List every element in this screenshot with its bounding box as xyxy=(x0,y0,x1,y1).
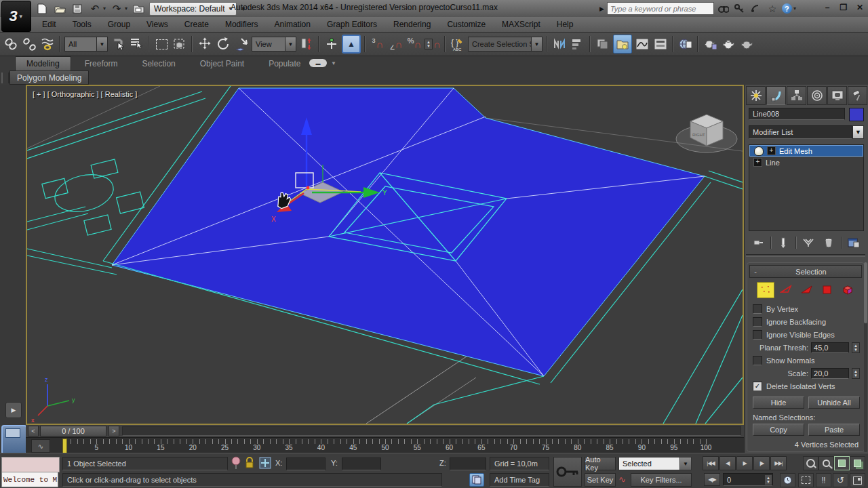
ribbon-tab-object-paint[interactable]: Object Paint xyxy=(189,57,255,70)
selection-rollout-header[interactable]: - Selection xyxy=(749,265,862,278)
expand-panel-arrow-icon[interactable]: ▶ xyxy=(5,402,22,418)
open-mini-curve-editor-icon[interactable]: ∿ xyxy=(31,439,50,453)
select-and-manipulate-icon[interactable] xyxy=(323,35,340,53)
value-field-planar-thresh-[interactable]: 45,0 xyxy=(811,342,849,353)
isolate-selection-icon[interactable] xyxy=(231,456,241,471)
undo-icon[interactable]: ↶ xyxy=(88,3,102,15)
zoom-extents-selected-icon[interactable] xyxy=(834,456,850,470)
make-unique-icon[interactable] xyxy=(800,236,816,249)
select-by-name-icon[interactable] xyxy=(128,35,144,53)
menu-group[interactable]: Group xyxy=(100,18,138,30)
previous-frame-arrow[interactable]: < xyxy=(28,426,39,436)
chevron-down-icon[interactable]: ▼ xyxy=(331,60,336,66)
menu-views[interactable]: Views xyxy=(138,18,176,30)
spinner-snap-icon[interactable]: ▲▼∩ xyxy=(425,35,441,53)
paste-button[interactable]: Paste xyxy=(808,424,860,436)
scrollbar-thumb[interactable] xyxy=(864,262,867,323)
checkbox-ignore-backfacing[interactable] xyxy=(753,317,762,327)
walk-through-icon[interactable]: ‼ xyxy=(816,473,831,487)
hide-button[interactable]: Hide xyxy=(753,396,804,409)
render-setup-icon[interactable] xyxy=(677,35,694,53)
element-subobject-icon[interactable] xyxy=(840,282,856,297)
modifier-stack-item[interactable]: +Edit Mesh xyxy=(749,145,863,157)
play-icon[interactable]: ▶ xyxy=(736,456,753,470)
checkbox-delete-isolated-verts[interactable]: ✓ xyxy=(753,382,762,391)
maximize-viewport-toggle-icon[interactable] xyxy=(850,473,865,487)
tab-create-icon[interactable] xyxy=(746,86,766,105)
object-name-field[interactable]: Line008 xyxy=(749,108,845,120)
search-expand-icon[interactable]: ▶ xyxy=(599,5,604,12)
snaps-toggle-icon[interactable]: 3 ∩ xyxy=(370,35,386,53)
ribbon-tab-modeling[interactable]: Modeling xyxy=(15,56,71,70)
select-and-move-icon[interactable] xyxy=(197,35,213,53)
search-binoculars-icon[interactable] xyxy=(717,3,730,15)
manage-layers-icon[interactable] xyxy=(595,35,611,53)
workspace-selector[interactable]: Workspace: Default ▾ xyxy=(149,2,237,16)
object-color-swatch[interactable] xyxy=(849,108,864,121)
spinner-arrows[interactable]: ▲▼ xyxy=(852,368,860,379)
project-folder-icon[interactable] xyxy=(132,3,145,15)
polygon-modeling-panel-button[interactable]: Polygon Modeling xyxy=(9,70,89,85)
menu-modifiers[interactable]: Modifiers xyxy=(217,18,267,30)
select-object-icon[interactable] xyxy=(110,35,126,53)
maxscript-mini-listener-input[interactable] xyxy=(1,457,60,472)
orbit-icon[interactable]: ↺ xyxy=(833,473,848,487)
menu-animation[interactable]: Animation xyxy=(267,18,319,30)
unlink-selection-icon[interactable] xyxy=(21,35,37,53)
zoom-region-icon[interactable] xyxy=(798,473,814,487)
key-mode-dropdown[interactable]: Selected ▼ xyxy=(618,457,692,470)
favorites-star-icon[interactable]: ☆ xyxy=(766,3,779,15)
ribbon-tab-freeform[interactable]: Freeform xyxy=(74,57,129,70)
expand-toggle-icon[interactable]: + xyxy=(753,158,762,167)
communication-center-icon[interactable] xyxy=(749,3,763,15)
zoom-icon[interactable] xyxy=(803,456,818,470)
go-to-start-icon[interactable]: |◀◀ xyxy=(703,456,719,470)
absolute-offset-mode-icon[interactable] xyxy=(259,457,271,470)
time-slider-groove[interactable] xyxy=(122,426,741,436)
select-and-rotate-icon[interactable] xyxy=(215,35,231,53)
select-and-scale-icon[interactable] xyxy=(233,35,250,53)
minimize-button[interactable]: – xyxy=(822,2,833,13)
panel-scrollbar[interactable] xyxy=(864,262,867,452)
menu-tools[interactable]: Tools xyxy=(64,18,100,30)
schematic-view-icon[interactable] xyxy=(652,35,669,53)
scene-explorer-toggle-icon[interactable] xyxy=(469,473,484,487)
ribbon-grip[interactable] xyxy=(1,73,9,83)
key-filters-button[interactable]: Key Filters... xyxy=(631,473,692,487)
polygon-subobject-icon[interactable] xyxy=(819,282,835,297)
value-field-scale-[interactable]: 20,0 xyxy=(811,368,849,379)
selection-lock-icon[interactable] xyxy=(244,456,255,471)
tab-hierarchy-icon[interactable] xyxy=(787,86,806,105)
redo-dropdown-icon[interactable]: ▾ xyxy=(125,5,127,12)
ribbon-tab-populate[interactable]: Populate xyxy=(258,57,311,70)
next-frame-icon[interactable]: |▶ xyxy=(753,456,770,470)
mirror-icon[interactable] xyxy=(551,35,568,53)
frame-spinner[interactable]: ▲▼ xyxy=(764,474,772,485)
curve-editor-icon[interactable] xyxy=(634,35,650,53)
menu-create[interactable]: Create xyxy=(176,18,217,30)
restore-button[interactable]: ❐ xyxy=(838,2,849,13)
tab-motion-icon[interactable] xyxy=(807,86,827,105)
menu-graph-editors[interactable]: Graph Editors xyxy=(319,18,385,30)
expand-toggle-icon[interactable]: + xyxy=(767,146,776,155)
remove-modifier-icon[interactable] xyxy=(821,236,837,249)
undo-dropdown-icon[interactable]: ▾ xyxy=(103,5,106,12)
selection-filter-dropdown[interactable]: All ▼ xyxy=(64,37,108,52)
save-file-icon[interactable] xyxy=(71,3,84,15)
subscription-key-icon[interactable] xyxy=(733,3,747,15)
ribbon-minimize-pill[interactable]: ▬ xyxy=(309,59,327,67)
copy-button[interactable]: Copy xyxy=(753,424,804,436)
rectangular-selection-region-icon[interactable] xyxy=(153,35,170,53)
key-step-mode-icon[interactable]: ◀|▶ xyxy=(704,473,720,486)
reference-coordinate-dropdown[interactable]: View ▼ xyxy=(252,37,296,52)
add-time-tag[interactable]: Add Time Tag xyxy=(490,473,549,487)
window-crossing-toggle-icon[interactable] xyxy=(172,35,188,53)
pin-stack-icon[interactable] xyxy=(750,236,766,249)
material-editor-icon[interactable] xyxy=(613,35,632,54)
track-bar[interactable]: ∿ 51015202530354045505560657075808590951… xyxy=(26,437,744,453)
checkbox-show-normals[interactable] xyxy=(753,356,762,365)
named-selection-sets-dropdown[interactable]: Create Selection Se ▼ xyxy=(468,37,542,52)
select-and-link-icon[interactable] xyxy=(3,35,19,53)
viewport-orthographic[interactable]: RIGHT Y X xyxy=(26,85,744,425)
close-button[interactable]: ✕ xyxy=(854,2,865,13)
